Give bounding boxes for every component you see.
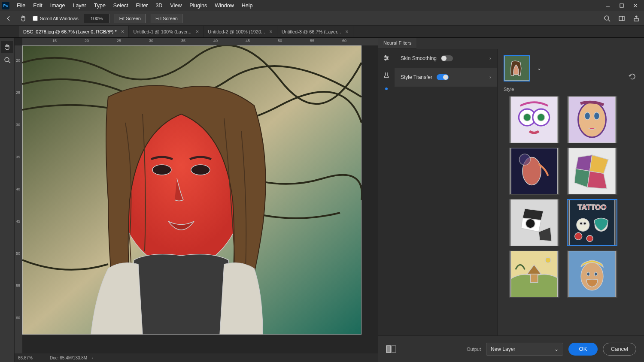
close-icon[interactable]: [629, 1, 642, 10]
svg-point-29: [578, 102, 606, 137]
toggle-skin[interactable]: [441, 55, 453, 61]
menu-type[interactable]: Type: [90, 1, 109, 10]
search-icon[interactable]: [603, 14, 611, 23]
toggle-style[interactable]: [437, 74, 449, 80]
back-button[interactable]: [3, 13, 14, 24]
svg-point-55: [545, 257, 551, 263]
filter-style-transfer[interactable]: Style Transfer ›: [395, 68, 497, 87]
svg-point-18: [385, 56, 386, 57]
beaker-icon[interactable]: [382, 70, 391, 80]
status-zoom: 66.67%: [18, 356, 33, 360]
menu-layer[interactable]: Layer: [69, 1, 90, 10]
svg-point-19: [387, 57, 388, 59]
chevron-down-icon[interactable]: ⌄: [537, 65, 541, 71]
ruler-horizontal: 15202530354045505560: [22, 38, 378, 45]
menu-file[interactable]: File: [13, 1, 29, 10]
chevron-down-icon: ⌄: [554, 346, 559, 352]
fit-screen-button[interactable]: Fit Screen: [115, 14, 146, 23]
settings-icon[interactable]: [382, 53, 391, 63]
svg-point-27: [538, 114, 545, 121]
style-thumb-6-selected[interactable]: TATTOO: [567, 199, 617, 246]
panel-title: Neural Filters: [378, 38, 416, 49]
svg-rect-60: [386, 346, 391, 353]
workspace-icon[interactable]: [617, 14, 626, 23]
zoom-input[interactable]: [84, 14, 109, 23]
style-thumb-8[interactable]: [567, 250, 617, 298]
fill-screen-button[interactable]: Fill Screen: [151, 14, 182, 23]
menu-filter[interactable]: Filter: [132, 1, 152, 10]
svg-line-5: [608, 20, 610, 21]
svg-point-52: [586, 235, 593, 242]
tab-close-icon[interactable]: ×: [269, 28, 273, 35]
output-label: Output: [467, 347, 481, 352]
svg-point-58: [587, 272, 589, 276]
doc-tab-3[interactable]: Untitled-3 @ 66.7% (Layer...×: [277, 26, 353, 37]
cancel-button[interactable]: Cancel: [603, 343, 636, 356]
svg-point-48: [580, 222, 582, 225]
zoom-tool[interactable]: [1, 54, 13, 66]
svg-point-47: [577, 218, 589, 231]
menu-plugins[interactable]: Plugins: [185, 1, 211, 10]
minimize-icon[interactable]: [601, 1, 615, 10]
hand-tool-icon: [19, 14, 27, 23]
output-select[interactable]: New Layer⌄: [486, 343, 563, 356]
canvas-image: [22, 45, 361, 335]
style-section-label: Style: [504, 87, 638, 92]
hand-tool[interactable]: [1, 41, 13, 53]
svg-point-30: [585, 112, 590, 120]
svg-point-34: [519, 154, 530, 165]
before-after-icon[interactable]: [386, 345, 396, 353]
svg-rect-6: [619, 16, 624, 21]
svg-rect-61: [392, 346, 396, 353]
status-doc: Doc: 65.4M/130.8M: [50, 356, 87, 360]
style-thumb-3[interactable]: [509, 148, 559, 195]
doc-tab-0[interactable]: DSC_0278.jpg @ 66.7% (Layer 0, RGB/8*) *…: [19, 26, 129, 37]
style-thumb-5[interactable]: [509, 199, 559, 246]
preview-thumbnail[interactable]: [504, 55, 530, 81]
svg-rect-54: [530, 274, 538, 282]
svg-point-9: [5, 57, 9, 62]
svg-point-13: [152, 165, 171, 175]
doc-tab-2[interactable]: Untitled-2 @ 100% (1920...×: [204, 26, 277, 37]
chevron-right-icon: ›: [489, 74, 491, 80]
svg-marker-39: [587, 171, 607, 189]
menu-edit[interactable]: Edit: [29, 1, 46, 10]
app-logo: Ps: [2, 2, 9, 9]
svg-point-43: [526, 219, 535, 228]
menu-select[interactable]: Select: [109, 1, 132, 10]
svg-point-51: [575, 232, 582, 240]
tab-close-icon[interactable]: ×: [345, 28, 349, 35]
doc-tab-1[interactable]: Untitled-1 @ 100% (Layer...×: [129, 26, 204, 37]
svg-point-49: [583, 222, 586, 225]
svg-text:TATTOO: TATTOO: [578, 203, 607, 211]
style-thumb-7[interactable]: [509, 250, 559, 298]
undo-icon[interactable]: [628, 72, 636, 82]
style-thumb-1[interactable]: [509, 96, 559, 143]
maximize-icon[interactable]: [615, 1, 629, 10]
svg-rect-1: [620, 4, 623, 7]
svg-point-26: [523, 114, 531, 121]
svg-rect-8: [634, 18, 638, 21]
indicator-dot: [385, 87, 388, 90]
tab-close-icon[interactable]: ×: [196, 28, 199, 35]
svg-point-31: [594, 112, 599, 120]
ok-button[interactable]: OK: [568, 343, 598, 356]
style-thumb-4[interactable]: [567, 148, 617, 195]
menu-view[interactable]: View: [166, 1, 185, 10]
scroll-all-checkbox[interactable]: Scroll All Windows: [33, 16, 79, 21]
svg-point-14: [191, 165, 210, 175]
svg-marker-36: [576, 155, 592, 171]
ruler-vertical: 202530354045505560: [15, 45, 22, 353]
menu-image[interactable]: Image: [46, 1, 69, 10]
svg-point-20: [385, 59, 386, 60]
filter-skin-smoothing[interactable]: Skin Smoothing ›: [395, 49, 497, 68]
menu-3d[interactable]: 3D: [152, 1, 166, 10]
svg-point-4: [605, 16, 609, 20]
chevron-right-icon: ›: [489, 55, 491, 61]
menu-help[interactable]: Help: [238, 1, 257, 10]
style-thumb-2[interactable]: [567, 96, 617, 143]
tab-close-icon[interactable]: ×: [121, 28, 125, 35]
svg-point-59: [594, 272, 597, 276]
share-icon[interactable]: [632, 14, 641, 23]
menu-window[interactable]: Window: [211, 1, 237, 10]
